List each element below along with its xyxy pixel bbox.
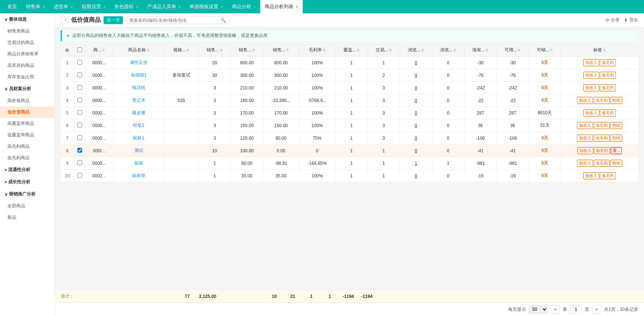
view1-link[interactable]: 0 bbox=[415, 60, 417, 65]
sidebar-item-new-products[interactable]: 新品 bbox=[0, 212, 54, 223]
cell-name[interactable]: 鼠标 bbox=[113, 157, 164, 170]
cell-name[interactable]: 测试 bbox=[113, 145, 164, 157]
sidebar-group-marketing-title[interactable]: ∨ 营销推广分析 bbox=[0, 188, 54, 200]
page-input[interactable] bbox=[570, 305, 582, 314]
row-checkbox[interactable] bbox=[77, 60, 82, 65]
close-products-icon[interactable]: × bbox=[178, 4, 181, 9]
col-sales-avg[interactable]: 销售...⇅ bbox=[263, 44, 299, 57]
sidebar-item-traded-products[interactable]: 交易过的商品 bbox=[0, 37, 54, 48]
cell-name[interactable]: 橡皮擦 bbox=[113, 107, 164, 119]
view1-link[interactable]: 0 bbox=[415, 98, 417, 103]
search-icon[interactable]: 🔍 bbox=[221, 18, 226, 23]
cell-name[interactable]: 铅笔1 bbox=[113, 119, 164, 132]
col-coverage[interactable]: 覆盖...⇅ bbox=[335, 44, 368, 57]
view1-link[interactable]: 0 bbox=[415, 173, 417, 179]
row-checkbox[interactable] bbox=[77, 173, 82, 178]
nav-home[interactable]: 首页 bbox=[3, 0, 21, 13]
sidebar-group-growth-title[interactable]: > 成长性分析 bbox=[0, 176, 54, 188]
col-stock[interactable]: 现有...⇅ bbox=[464, 44, 496, 57]
cell-view1[interactable]: 0 bbox=[400, 57, 432, 69]
col-sales-qty[interactable]: 销售...⇅ bbox=[198, 44, 231, 57]
sidebar-item-high-stock[interactable]: 高库存的商品 bbox=[0, 60, 54, 71]
col-gross-rate[interactable]: 毛利率⇅ bbox=[299, 44, 335, 57]
close-permissions-icon[interactable]: × bbox=[103, 4, 105, 9]
collapse-sidebar-button[interactable]: 《 bbox=[61, 17, 68, 24]
cell-name[interactable]: 吴细细1 bbox=[113, 69, 164, 82]
nav-purchase[interactable]: 进货单 × bbox=[49, 0, 77, 13]
view1-link[interactable]: 0 bbox=[415, 73, 417, 78]
cell-name[interactable]: 属性定价 bbox=[113, 57, 164, 69]
sidebar-item-low-margin[interactable]: 低毛利商品 bbox=[0, 152, 54, 164]
cell-view1[interactable]: 0 bbox=[400, 170, 432, 182]
cell-view1[interactable]: 0 bbox=[400, 132, 432, 145]
row-checkbox[interactable] bbox=[77, 85, 82, 90]
cell-name[interactable]: 鼠标1 bbox=[113, 132, 164, 145]
row-checkbox[interactable] bbox=[77, 123, 82, 128]
row-checkbox[interactable] bbox=[77, 98, 82, 102]
cell-view1[interactable]: 0 bbox=[400, 69, 432, 82]
cell-view1[interactable]: 0 bbox=[400, 107, 432, 119]
export-button[interactable]: ⬆ 导出 bbox=[624, 17, 638, 23]
sidebar-group-overall-title[interactable]: ∨ 整体信息 bbox=[0, 13, 54, 26]
view1-link[interactable]: 0 bbox=[415, 148, 417, 153]
col-spec[interactable]: 规格...⇅ bbox=[164, 44, 198, 57]
sidebar-item-high-value[interactable]: 高价值商品 bbox=[0, 95, 54, 106]
nav-product-analysis[interactable]: 商品分析 × bbox=[228, 0, 260, 13]
col-tags[interactable]: 标签⇅ bbox=[561, 44, 638, 57]
cell-name[interactable]: 鼠标垫 bbox=[113, 170, 164, 182]
row-checkbox[interactable] bbox=[77, 72, 82, 77]
close-roles-icon[interactable]: × bbox=[136, 4, 138, 9]
col-sales-income[interactable]: 销售...⇅ bbox=[231, 44, 263, 57]
select-all-checkbox[interactable] bbox=[77, 47, 82, 52]
sidebar-group-circulation-title[interactable]: > 流通性分析 bbox=[0, 164, 54, 176]
sidebar-item-high-coverage[interactable]: 高覆盖率商品 bbox=[0, 118, 54, 129]
view1-link[interactable]: 0 bbox=[415, 111, 417, 116]
sidebar-group-financial-title[interactable]: ∨ 员财案分析 bbox=[0, 83, 54, 95]
nav-roles[interactable]: 角色授权 × bbox=[110, 0, 142, 13]
view1-link[interactable]: 0 bbox=[415, 85, 417, 91]
col-code[interactable]: 商...⇅ bbox=[85, 44, 113, 57]
cell-view1[interactable]: 0 bbox=[400, 82, 432, 94]
close-purchase-icon[interactable]: × bbox=[70, 4, 73, 9]
cell-view1[interactable]: 0 bbox=[400, 119, 432, 132]
nav-permissions[interactable]: 权限设置 × bbox=[77, 0, 110, 13]
first-page-button[interactable]: « bbox=[551, 305, 560, 314]
cell-view1[interactable]: 0 bbox=[400, 145, 432, 157]
cell-view1[interactable]: 1 bbox=[400, 157, 432, 170]
per-page-select[interactable]: 50 100 200 bbox=[529, 305, 548, 314]
nav-products-storage[interactable]: 产成品入库单 × bbox=[143, 0, 185, 13]
sidebar-item-stock-capital[interactable]: 库存资金占用 bbox=[0, 71, 54, 83]
nav-template-settings[interactable]: 单据模板设置 × bbox=[185, 0, 227, 13]
sidebar-item-low-value[interactable]: 低价值商品 bbox=[0, 106, 54, 118]
nav-sales[interactable]: 销售单 × bbox=[21, 0, 49, 13]
close-template-icon[interactable]: × bbox=[221, 4, 223, 9]
col-available[interactable]: 可用...⇅ bbox=[496, 44, 529, 57]
sidebar-item-sales-products[interactable]: 销售类商品 bbox=[0, 26, 54, 37]
search-input[interactable] bbox=[129, 18, 221, 23]
row-checkbox[interactable] bbox=[77, 148, 82, 153]
close-analysis-list-icon[interactable]: × bbox=[296, 4, 298, 9]
col-view1[interactable]: 浏览...⇅ bbox=[400, 44, 432, 57]
sidebar-item-all-products[interactable]: 全部商品 bbox=[0, 200, 54, 212]
sidebar-item-high-margin[interactable]: 高毛利商品 bbox=[0, 141, 54, 152]
row-checkbox[interactable] bbox=[77, 160, 82, 165]
next-page-button[interactable]: » bbox=[592, 305, 601, 314]
col-trade[interactable]: 交易...⇅ bbox=[368, 44, 400, 57]
filter-tag-button[interactable]: 近一月 bbox=[104, 16, 123, 24]
col-view2[interactable]: 浏览...⇅ bbox=[432, 44, 464, 57]
share-button[interactable]: ⟳ 分享 bbox=[606, 17, 620, 23]
close-sales-icon[interactable]: × bbox=[43, 4, 45, 9]
sidebar-item-low-coverage[interactable]: 低覆盖率商品 bbox=[0, 129, 54, 141]
view1-link[interactable]: 0 bbox=[415, 123, 417, 128]
cell-name[interactable]: 笔记本 bbox=[113, 94, 164, 107]
col-name[interactable]: 商品名称⇅ bbox=[113, 44, 164, 57]
cell-name[interactable]: 电话机 bbox=[113, 82, 164, 94]
col-settings[interactable]: ⚙ bbox=[61, 44, 74, 57]
col-sellable[interactable]: 可销...⇅ bbox=[529, 44, 561, 57]
row-checkbox[interactable] bbox=[77, 110, 82, 115]
sidebar-item-category-sales-rate[interactable]: 商品分类销售率 bbox=[0, 48, 54, 60]
cell-view1[interactable]: 0 bbox=[400, 94, 432, 107]
view1-link[interactable]: 1 bbox=[415, 161, 417, 166]
close-analysis-icon[interactable]: × bbox=[254, 4, 256, 9]
nav-analysis-list[interactable]: 商品分析列表 × bbox=[260, 0, 302, 13]
